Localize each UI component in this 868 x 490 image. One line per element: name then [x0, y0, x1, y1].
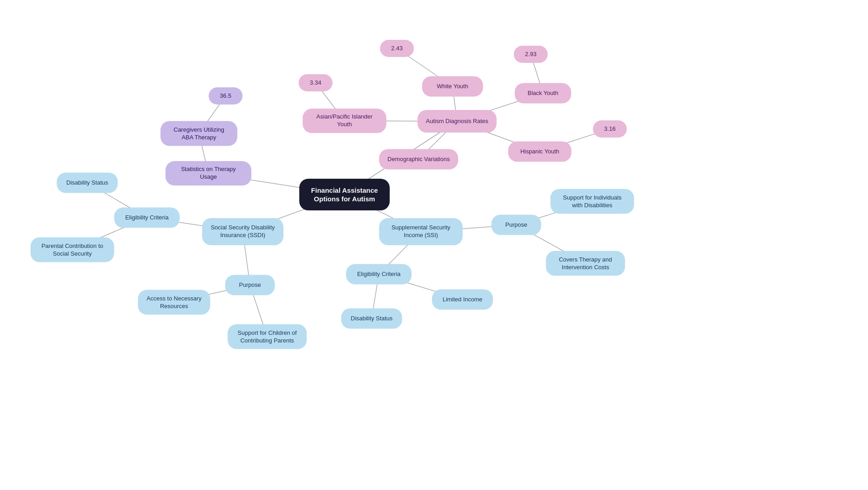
- node-value_334: 3.34: [299, 74, 333, 91]
- node-limited_income: Limited Income: [432, 290, 493, 310]
- node-support_disabilities: Support for Individuals with Disabilitie…: [551, 189, 634, 214]
- node-hispanic_youth: Hispanic Youth: [508, 142, 571, 162]
- node-disability_status_ssi: Disability Status: [341, 309, 402, 329]
- node-value_243: 2.43: [380, 40, 414, 57]
- node-ssi: Supplemental Security Income (SSI): [379, 218, 463, 245]
- node-access_resources: Access to Necessary Resources: [138, 290, 210, 315]
- node-black_youth: Black Youth: [515, 83, 571, 104]
- node-disability_status_ssdi: Disability Status: [57, 173, 118, 193]
- node-caregivers_aba: Caregivers Utilizing ABA Therapy: [160, 121, 237, 146]
- node-support_children: Support for Children of Contributing Par…: [228, 324, 307, 349]
- node-asian_youth: Asian/Pacific Islander Youth: [303, 109, 387, 133]
- node-statistics_therapy: Statistics on Therapy Usage: [165, 161, 251, 186]
- node-autism_diagnosis: Autism Diagnosis Rates: [418, 110, 497, 133]
- node-covers_therapy: Covers Therapy and Intervention Costs: [546, 251, 625, 276]
- node-parental_contribution: Parental Contribution to Social Security: [31, 238, 114, 262]
- node-value_293: 2.93: [514, 46, 548, 63]
- node-value_316: 3.16: [593, 120, 627, 138]
- mind-map-canvas: Financial Assistance Options for AutismS…: [0, 0, 868, 490]
- node-white_youth: White Youth: [422, 76, 483, 97]
- node-center: Financial Assistance Options for Autism: [299, 179, 390, 210]
- node-demographic_variations: Demographic Variations: [379, 149, 458, 170]
- node-purpose_ssi: Purpose: [491, 215, 541, 235]
- node-value_365: 36.5: [209, 87, 243, 105]
- node-ssdi: Social Security Disability Insurance (SS…: [202, 218, 283, 245]
- node-eligibility_ssdi: Eligibility Criteria: [114, 208, 180, 228]
- node-purpose_ssdi: Purpose: [225, 275, 275, 295]
- node-eligibility_ssi: Eligibility Criteria: [346, 264, 412, 285]
